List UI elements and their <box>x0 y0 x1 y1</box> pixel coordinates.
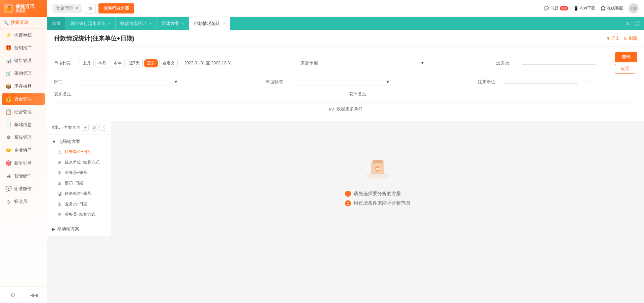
sidebar-item-purchase[interactable]: 🛒 采购管理 <box>0 67 47 80</box>
scheme-item-partner-date[interactable]: ◎ 往来单位+日期 <box>47 147 111 157</box>
scheme-item-partner-settle[interactable]: ⊞ 往来单位+结算方式 <box>47 157 111 168</box>
doc-status-select[interactable]: ▼ <box>291 78 392 86</box>
sidebar-settings-btn[interactable]: ⚙ <box>3 290 23 300</box>
page-title: 付款情况统计(往来单位+日期) <box>54 34 135 42</box>
app-label: App下载 <box>580 5 595 11</box>
sidebar-item-quick-nav[interactable]: ⚡ 快捷导航 <box>0 29 47 41</box>
logo: 🍊 畅捷通巧 标准版 <box>0 0 47 17</box>
sidebar-item-wechat[interactable]: 💬 企业微信 <box>0 182 47 195</box>
scheme-partner-account-label: 往来单位+账号 <box>65 191 91 196</box>
wechat-icon: 💬 <box>5 186 11 192</box>
breadcrumb: 资金管理 ▼ <box>53 4 82 13</box>
sidebar-item-label: 销售管理 <box>14 58 32 64</box>
sidebar: 🍊 畅捷通巧 标准版 🔍 搜索菜单 ⚡ 快捷导航 🎁 营销推广 📊 销售管理 🛒… <box>0 0 47 303</box>
sidebar-item-system[interactable]: ⚙ 系统管理 <box>0 131 47 144</box>
tab-expand-btn[interactable]: ⛶ <box>633 20 641 28</box>
export-btn[interactable]: ⬆ 导出 <box>606 35 620 41</box>
topbar: 资金管理 ▼ ⚙ 体验行业方案 💬 消息 99+ 📱 App下载 🎧 在线客服 … <box>47 0 644 17</box>
date-btn-last-month[interactable]: 上月 <box>80 59 94 67</box>
source-select[interactable]: ▼ <box>326 59 427 67</box>
header-note-input[interactable] <box>80 90 167 98</box>
logo-text: 畅捷通巧 标准版 <box>16 4 34 13</box>
tab-collection-stats-close[interactable]: × <box>149 21 152 26</box>
tab-payment-stats-close[interactable]: × <box>223 21 225 26</box>
partner-select[interactable] <box>503 81 578 84</box>
collapse-btn[interactable]: ∧∧ 收起更多条件 <box>328 106 363 112</box>
sidebar-item-operation[interactable]: 📋 经营管理 <box>0 105 47 118</box>
date-btn-custom[interactable]: 自定义 <box>159 59 178 67</box>
tab-new-scheme-close[interactable]: × <box>182 21 184 26</box>
sidebar-item-label: 新手引导 <box>14 160 32 166</box>
sidebar-item-basic[interactable]: 📑 基础信息 <box>0 118 47 131</box>
salesperson-select[interactable] <box>522 62 596 65</box>
topbar-right: 💬 消息 99+ 📱 App下载 🎧 在线客服 Rit <box>544 3 639 13</box>
sidebar-nav: ⚡ 快捷导航 🎁 营销推广 📊 销售管理 🛒 采购管理 📦 库存核算 💰 资金管… <box>0 29 47 286</box>
salesperson-dots[interactable]: ··· <box>604 60 608 66</box>
scheme-salesperson-account-label: 业务员+账号 <box>65 170 87 176</box>
capital-icon: 💰 <box>5 96 11 102</box>
header-note-label: 表头备注 <box>54 91 73 97</box>
tab-payment-stats[interactable]: 付款情况统计 × <box>189 17 230 30</box>
panel-collapse-btn[interactable]: 《 <box>99 124 106 131</box>
tip-num-2: 2 <box>345 200 351 206</box>
source-label: 来源单据 <box>300 60 319 66</box>
content-body: 按以下方案查询 + ⚙ 《 ▼ 电脑端方案 ◎ 往来单位+日期 <box>47 121 644 236</box>
scheme-item-salesperson-settle[interactable]: ⊞ 业务员+结算方式 <box>47 209 111 220</box>
sidebar-item-label: 库存核算 <box>14 83 32 89</box>
sidebar-item-member[interactable]: ◇ 畅会员 <box>0 195 47 208</box>
salesperson-label: 业务员 <box>496 60 515 66</box>
sidebar-item-marketing[interactable]: 🎁 营销推广 <box>0 41 47 54</box>
date-btn-more[interactable]: 更多 <box>144 59 158 67</box>
tab-home[interactable]: 首页 <box>47 17 66 30</box>
service-btn[interactable]: 🎧 在线客服 <box>601 5 623 11</box>
right-content: 1 请先选择要分析的方案 2 用过滤条件来缩小分析范围 <box>111 121 644 236</box>
sidebar-item-hardware[interactable]: 🖨 智能硬件 <box>0 170 47 182</box>
filter-settings-btn[interactable]: 设置 <box>615 64 635 74</box>
dept-select[interactable]: ▼ <box>80 78 181 86</box>
sidebar-item-guide[interactable]: 🎯 新手引导 <box>0 157 47 170</box>
date-btn-7days[interactable]: 近7天 <box>126 59 143 67</box>
tab-close-btn[interactable]: ✕ <box>624 20 632 28</box>
tab-collection-stats[interactable]: 收款情况统计 × <box>116 17 157 30</box>
sidebar-item-label: 企业微信 <box>14 186 32 192</box>
scheme-item-salesperson-account[interactable]: ⊞ 业务员+账号 <box>47 168 111 178</box>
scheme-item-partner-account[interactable]: 📊 往来单位+账号 <box>47 188 111 199</box>
scheme-item-dept-date[interactable]: ⊞ 部门+日期 <box>47 178 111 188</box>
app-download-btn[interactable]: 📱 App下载 <box>574 5 595 11</box>
sidebar-item-sales[interactable]: 📊 销售管理 <box>0 54 47 67</box>
search-label: 搜索菜单 <box>11 20 28 26</box>
notifications-btn[interactable]: 💬 消息 99+ <box>544 5 568 11</box>
sidebar-item-inventory[interactable]: 📦 库存核算 <box>0 80 47 93</box>
date-btn-this-month[interactable]: 本月 <box>95 59 109 67</box>
tab-bank-flow-close[interactable]: × <box>108 21 111 26</box>
body-note-input[interactable] <box>375 90 462 98</box>
date-btn-this-year[interactable]: 本年 <box>111 59 125 67</box>
hardware-icon: 🖨 <box>5 173 11 179</box>
trial-btn[interactable]: 体验行业方案 <box>98 3 134 13</box>
refresh-btn[interactable]: ↻ 刷新 <box>623 35 637 41</box>
partner-dots[interactable]: ··· <box>586 79 590 85</box>
tab-bank-flow-label: 现金银行流水查询 <box>70 21 106 27</box>
inventory-icon: 📦 <box>5 83 11 89</box>
svg-rect-2 <box>373 160 383 163</box>
operation-icon: 📋 <box>5 109 11 115</box>
scheme-item-salesperson-date[interactable]: ⊞ 业务员+日期 <box>47 199 111 209</box>
query-btn[interactable]: 查询 <box>615 52 637 62</box>
scheme-dept-date-label: 部门+日期 <box>65 180 83 186</box>
sidebar-collapse-btn[interactable]: ◀◀ <box>25 290 44 300</box>
scheme-desktop-header[interactable]: ▼ 电脑端方案 <box>47 137 111 147</box>
tab-new-scheme[interactable]: 新建方案 × <box>157 17 189 30</box>
sidebar-item-enterprise[interactable]: 🤝 企业协同 <box>0 144 47 157</box>
scheme-mobile-header[interactable]: ▶ 移动端方案 <box>47 224 111 234</box>
panel-settings-btn[interactable]: ⚙ <box>91 124 97 131</box>
scheme-mobile-label: 移动端方案 <box>57 226 79 232</box>
search-menu[interactable]: 🔍 搜索菜单 <box>0 17 47 29</box>
topbar-settings-btn[interactable]: ⚙ <box>85 3 96 14</box>
tab-bank-flow[interactable]: 现金银行流水查询 × <box>66 17 116 30</box>
collapse-row: ∧∧ 收起更多条件 <box>54 102 637 115</box>
date-filter-label: 单据日期 <box>54 60 73 66</box>
panel-add-btn[interactable]: + <box>82 124 89 131</box>
sales-icon: 📊 <box>5 58 11 64</box>
avatar[interactable]: Rit <box>628 3 639 13</box>
sidebar-item-capital[interactable]: 💰 资金管理 <box>2 93 45 105</box>
